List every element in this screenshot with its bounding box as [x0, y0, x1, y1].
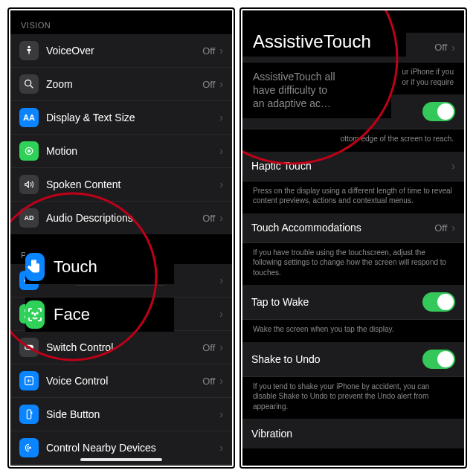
vision-section-header: VISION — [10, 10, 232, 34]
row-label: Control Nearby Devices — [46, 442, 219, 454]
left-screen: VISION VoiceOverOff›ZoomOff›AADisplay & … — [10, 10, 232, 466]
row-label: Display & Text Size — [46, 112, 219, 123]
chevron-right-icon: › — [219, 45, 223, 57]
chevron-right-icon: › — [219, 308, 223, 320]
row-label: Spoken Content — [46, 178, 219, 190]
assistivetouch-title: AssistiveTouch — [242, 10, 406, 57]
chevron-right-icon: › — [219, 145, 223, 157]
motion-icon — [19, 141, 39, 161]
physical-section-header: PHYSICAL AND MOTOR — [10, 234, 232, 264]
left-screenshot: VISION VoiceOverOff›ZoomOff›AADisplay & … — [7, 7, 235, 469]
sidebtn-icon — [19, 405, 39, 424]
svg-point-5 — [30, 312, 31, 313]
touch-accommodations-row[interactable]: Touch Accommodations Off › — [242, 213, 464, 243]
vision-row-spoken[interactable]: Spoken Content› — [10, 168, 232, 202]
chevron-right-icon: › — [219, 341, 223, 353]
row-label: Face ID & Attention — [46, 308, 219, 320]
physical-row-voicectrl[interactable]: Voice ControlOff› — [10, 364, 232, 398]
haptic-desc: Press on the display using a different l… — [242, 181, 464, 213]
zoom-icon — [19, 74, 39, 94]
chevron-right-icon: › — [219, 408, 223, 420]
svg-rect-9 — [27, 410, 30, 419]
chevron-right-icon: › — [451, 222, 455, 234]
voicectrl-icon — [19, 371, 39, 390]
row-label: VoiceOver — [46, 45, 202, 57]
row-label: Voice Control — [46, 375, 202, 387]
vision-row-display-text[interactable]: AADisplay & Text Size› — [10, 101, 232, 135]
svg-point-3 — [28, 150, 30, 152]
right-screen: Off › ur iPhone if youor if you require … — [242, 10, 464, 466]
chevron-right-icon: › — [219, 78, 223, 90]
svg-point-0 — [28, 46, 30, 48]
physical-rows: Touch›Face ID & Attention›Switch Control… — [10, 264, 232, 466]
vision-row-audiodesc[interactable]: ADAudio DescriptionsOff› — [10, 202, 232, 234]
tap-to-wake-toggle[interactable] — [422, 292, 455, 312]
accom-status: Off — [434, 222, 447, 234]
home-indicator[interactable] — [80, 458, 162, 461]
display-text-icon: AA — [19, 108, 39, 127]
chevron-right-icon: › — [451, 160, 455, 172]
svg-point-7 — [30, 346, 32, 348]
vision-row-zoom[interactable]: ZoomOff› — [10, 68, 232, 101]
row-label: Side Button — [46, 408, 219, 420]
right-screenshot: Off › ur iPhone if youor if you require … — [239, 7, 467, 469]
touch-icon — [19, 271, 39, 290]
svg-point-1 — [25, 80, 31, 86]
row-status: Off — [202, 342, 215, 353]
vibration-row[interactable]: Vibration — [242, 419, 464, 448]
chevron-right-icon: › — [219, 212, 223, 224]
svg-rect-8 — [25, 377, 33, 385]
row-label: Switch Control — [46, 341, 202, 353]
faceid-icon — [19, 304, 39, 324]
chevron-right-icon: › — [219, 442, 223, 454]
chevron-right-icon: › — [451, 42, 455, 54]
row-label: Zoom — [46, 78, 202, 90]
reachability-desc: ottom edge of the screen to reach. — [242, 129, 464, 152]
tap-desc: Wake the screen when you tap the display… — [242, 320, 464, 342]
chevron-right-icon: › — [219, 112, 223, 123]
svg-point-4 — [28, 312, 28, 313]
row-label: Motion — [46, 145, 219, 157]
nearby-icon — [19, 438, 39, 457]
chevron-right-icon: › — [219, 274, 223, 286]
row-status: Off — [202, 45, 215, 57]
shake-to-undo-row[interactable]: Shake to Undo — [242, 342, 464, 377]
audiodesc-icon: AD — [19, 208, 39, 228]
vision-row-motion[interactable]: Motion› — [10, 135, 232, 168]
reachability-toggle[interactable] — [422, 102, 455, 121]
row-label: Audio Descriptions — [46, 212, 202, 224]
vision-row-voiceover[interactable]: VoiceOverOff› — [10, 34, 232, 68]
chevron-right-icon: › — [219, 375, 223, 387]
svg-point-10 — [29, 447, 30, 448]
tap-to-wake-row[interactable]: Tap to Wake — [242, 285, 464, 320]
assistivetouch-status: Off — [434, 42, 447, 53]
switch-icon — [19, 338, 39, 357]
assistivetouch-lead: AssistiveTouch all have difficulty to an… — [242, 67, 391, 118]
shake-to-undo-toggle[interactable] — [422, 350, 455, 369]
row-status: Off — [202, 213, 215, 224]
shake-desc: If you tend to shake your iPhone by acci… — [242, 377, 464, 419]
physical-row-sidebtn[interactable]: Side Button› — [10, 398, 232, 431]
physical-row-tvremote[interactable]: Apple TV Remote› — [10, 465, 232, 466]
physical-row-switch[interactable]: Switch ControlOff› — [10, 331, 232, 364]
chevron-right-icon: › — [219, 178, 223, 190]
physical-row-faceid[interactable]: Face ID & Attention› — [10, 298, 232, 331]
haptic-touch-row[interactable]: Haptic Touch › — [242, 152, 464, 181]
physical-row-touch[interactable]: Touch› — [10, 264, 232, 298]
accom-desc: If you have trouble using the touchscree… — [242, 243, 464, 286]
row-status: Off — [202, 376, 215, 387]
row-status: Off — [202, 79, 215, 90]
voiceover-icon — [19, 41, 39, 60]
vision-rows: VoiceOverOff›ZoomOff›AADisplay & Text Si… — [10, 34, 232, 234]
spoken-icon — [19, 175, 39, 194]
